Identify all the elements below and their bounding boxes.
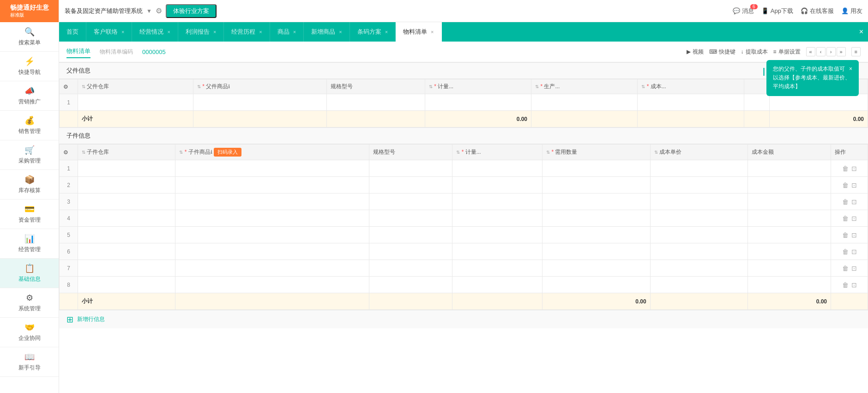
child-quantity-8[interactable]	[542, 277, 651, 293]
child-quantity-6[interactable]	[542, 243, 651, 260]
sidebar-item-inventory[interactable]: 📦库存核算	[0, 170, 59, 200]
child-quantity-1[interactable]	[542, 160, 651, 177]
copy-row-6-btn[interactable]: ⊡	[851, 248, 857, 255]
child-warehouse-4[interactable]	[78, 210, 175, 227]
extract-cost-action[interactable]: ↓ 提取成本	[741, 48, 768, 56]
child-product-3[interactable]	[175, 193, 369, 210]
close-all-tabs-button[interactable]: ×	[855, 22, 868, 42]
tooltip-close-btn[interactable]: ×	[849, 65, 852, 73]
child-spec-8[interactable]	[369, 277, 452, 293]
parent-warehouse-1[interactable]	[78, 94, 193, 111]
navtab-customers[interactable]: 客户联络×	[86, 22, 132, 42]
first-page-btn[interactable]: «	[806, 47, 815, 56]
child-product-1[interactable]	[175, 160, 369, 177]
child-spec-1[interactable]	[369, 160, 452, 177]
parent-unit-1[interactable]	[425, 94, 531, 111]
child-unit-7[interactable]	[452, 260, 542, 277]
copy-row-8-btn[interactable]: ⊡	[851, 281, 857, 289]
navtab-operations-status[interactable]: 经营情况×	[132, 22, 178, 42]
app-download-button[interactable]: 📱 App下载	[761, 7, 793, 15]
sidebar-item-search[interactable]: 🔍搜索菜单	[0, 22, 59, 52]
child-unit-6[interactable]	[452, 243, 542, 260]
sidebar-item-sales[interactable]: 💰销售管理	[0, 111, 59, 140]
last-page-btn[interactable]: »	[837, 47, 846, 56]
copy-row-1-btn[interactable]: ⊡	[851, 165, 857, 172]
child-product-8[interactable]	[175, 277, 369, 293]
child-spec-5[interactable]	[369, 227, 452, 243]
child-unit-5[interactable]	[452, 227, 542, 243]
parent-spec-1[interactable]	[327, 94, 425, 111]
sidebar-item-basic-info[interactable]: 📋基础信息	[0, 259, 59, 288]
child-spec-2[interactable]	[369, 177, 452, 193]
child-product-7[interactable]	[175, 260, 369, 277]
child-spec-7[interactable]	[369, 260, 452, 277]
delete-row-5-btn[interactable]: 🗑	[842, 231, 849, 239]
child-warehouse-1[interactable]	[78, 160, 175, 177]
copy-row-5-btn[interactable]: ⊡	[851, 231, 857, 239]
child-product-2[interactable]	[175, 177, 369, 193]
close-tab-operations-status[interactable]: ×	[167, 29, 170, 35]
close-tab-barcode[interactable]: ×	[385, 29, 388, 35]
child-unit-cost-7[interactable]	[650, 260, 747, 277]
child-warehouse-5[interactable]	[78, 227, 175, 243]
single-settings-action[interactable]: ≡ 单据设置	[773, 48, 801, 56]
sidebar-item-marketing[interactable]: 📣营销推广	[0, 81, 59, 111]
delete-row-4-btn[interactable]: 🗑	[842, 215, 849, 222]
navtab-ops-history[interactable]: 经营历程×	[224, 22, 270, 42]
messages-button[interactable]: 💬 消息 6	[733, 7, 754, 15]
close-tab-ops-history[interactable]: ×	[259, 29, 262, 35]
video-action[interactable]: ▶ 视频	[687, 48, 704, 56]
copy-row-2-btn[interactable]: ⊡	[851, 181, 857, 189]
navtab-home[interactable]: 首页	[59, 22, 86, 42]
navtab-profit-report[interactable]: 利润报告×	[178, 22, 224, 42]
child-product-5[interactable]	[175, 227, 369, 243]
system-dropdown-icon[interactable]: ▼	[146, 8, 152, 14]
delete-row-2-btn[interactable]: 🗑	[842, 181, 849, 189]
child-quantity-3[interactable]	[542, 193, 651, 210]
sidebar-item-purchase[interactable]: 🛒采购管理	[0, 140, 59, 170]
navtab-new-products[interactable]: 新增商品×	[304, 22, 350, 42]
child-warehouse-7[interactable]	[78, 260, 175, 277]
parent-production-1[interactable]	[531, 94, 638, 111]
scan-input-btn[interactable]: 扫码录入	[214, 148, 241, 157]
child-unit-cost-8[interactable]	[650, 277, 747, 293]
close-tab-products[interactable]: ×	[293, 29, 296, 35]
grid-view-btn[interactable]: ≡	[851, 47, 861, 56]
sidebar-item-quick-nav[interactable]: ⚡快捷导航	[0, 52, 59, 81]
sidebar-item-guide[interactable]: 📖新手引导	[0, 347, 59, 377]
sidebar-item-operations[interactable]: 📊经营管理	[0, 229, 59, 259]
user-menu[interactable]: 👤 用友	[841, 7, 862, 15]
trial-button[interactable]: 体验行业方案	[166, 4, 217, 18]
settings-icon-child[interactable]: ⚙	[63, 149, 68, 156]
child-unit-cost-3[interactable]	[650, 193, 747, 210]
delete-row-6-btn[interactable]: 🗑	[842, 248, 849, 255]
tab-bom-list[interactable]: 物料清单	[66, 45, 90, 58]
child-unit-cost-6[interactable]	[650, 243, 747, 260]
sidebar-item-collab[interactable]: 🤝企业协同	[0, 318, 59, 347]
delete-row-1-btn[interactable]: 🗑	[842, 165, 849, 172]
close-tab-profit-report[interactable]: ×	[213, 29, 216, 35]
child-warehouse-3[interactable]	[78, 193, 175, 210]
navtab-products[interactable]: 商品×	[270, 22, 304, 42]
child-product-4[interactable]	[175, 210, 369, 227]
next-page-btn[interactable]: ›	[826, 47, 836, 56]
settings-icon[interactable]: ⚙	[156, 6, 162, 15]
child-unit-cost-2[interactable]	[650, 177, 747, 193]
settings-icon-th[interactable]: ⚙	[63, 84, 68, 90]
copy-row-4-btn[interactable]: ⊡	[851, 215, 857, 222]
child-product-6[interactable]	[175, 243, 369, 260]
delete-row-3-btn[interactable]: 🗑	[842, 198, 849, 206]
child-warehouse-2[interactable]	[78, 177, 175, 193]
child-unit-cost-1[interactable]	[650, 160, 747, 177]
sidebar-item-system[interactable]: ⚙系统管理	[0, 288, 59, 318]
child-unit-2[interactable]	[452, 177, 542, 193]
child-unit-cost-4[interactable]	[650, 210, 747, 227]
child-unit-cost-5[interactable]	[650, 227, 747, 243]
copy-row-7-btn[interactable]: ⊡	[851, 265, 857, 272]
add-row-label[interactable]: 新增行信息	[77, 315, 105, 323]
child-warehouse-6[interactable]	[78, 243, 175, 260]
close-tab-new-products[interactable]: ×	[339, 29, 342, 35]
child-unit-1[interactable]	[452, 160, 542, 177]
navtab-barcode[interactable]: 条码方案×	[350, 22, 396, 42]
sidebar-item-finance[interactable]: 💳资金管理	[0, 200, 59, 229]
